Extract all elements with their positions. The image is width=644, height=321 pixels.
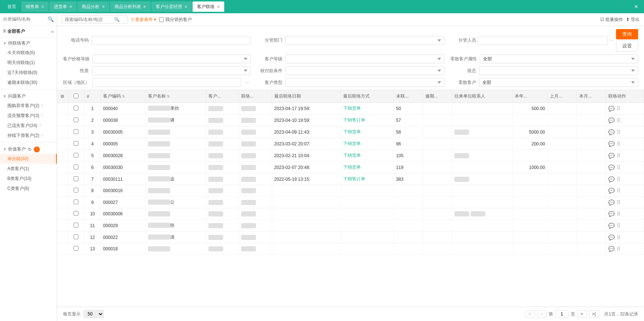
td-checkbox[interactable] [68, 208, 84, 220]
row-checkbox[interactable] [74, 165, 78, 169]
th-checkbox[interactable] [68, 90, 84, 103]
sidebar-search-box[interactable]: 🔍 [0, 13, 57, 25]
th-last-month[interactable]: 上月... [548, 90, 577, 103]
sidebar-item-hoarding-abnormal[interactable]: 囤购异常客户(2) ? [0, 101, 57, 111]
person-input[interactable] [478, 36, 608, 45]
grid-action-icon[interactable]: ⠿ [617, 188, 620, 194]
th-partner-contacts[interactable]: 往来单位联系人 [452, 90, 513, 103]
customer-level-select[interactable] [285, 54, 444, 63]
td-last-contact-method[interactable]: 下销货单 [341, 126, 394, 138]
sidebar-item-ungrouped[interactable]: 未分组(32) [0, 154, 57, 164]
status-select[interactable] [479, 66, 638, 75]
sidebar-item-today-pending[interactable]: 今天待联络(0) [0, 48, 57, 58]
sidebar-item-churn-warning[interactable]: 流失预警客户(3) ? [0, 111, 57, 121]
grid-action-icon[interactable]: ⠿ [617, 129, 620, 135]
sidebar-all-customers[interactable]: ⠿ 全部客户 « [0, 25, 57, 38]
td-checkbox[interactable] [68, 173, 84, 185]
window-close-icon[interactable]: × [631, 3, 641, 11]
query-button[interactable]: 查询 [616, 29, 638, 39]
sidebar-item-overdue-contact[interactable]: 逾期未联络(30) [0, 78, 57, 88]
grid-action-icon[interactable]: ⠿ [617, 117, 620, 123]
td-checkbox[interactable] [68, 114, 84, 126]
th-customer-name[interactable]: 客户名称 ⇅ [145, 90, 206, 103]
grid-action-icon[interactable]: ⠿ [617, 176, 620, 182]
grid-action-icon[interactable]: ⠿ [617, 141, 620, 147]
contact-method-link[interactable]: 下销售订单 [343, 117, 365, 123]
row-checkbox[interactable] [74, 176, 78, 181]
search-input[interactable] [65, 17, 113, 22]
close-icon[interactable]: × [217, 4, 220, 9]
nav-tab-purchase[interactable]: 进货单 × [49, 1, 77, 12]
reset-button[interactable]: 设置 [616, 40, 638, 52]
close-icon[interactable]: × [143, 4, 146, 9]
grid-action-icon[interactable]: ⠿ [617, 234, 620, 240]
my-customers-checkbox[interactable] [159, 17, 164, 22]
th-this-month[interactable]: 本月... [577, 90, 606, 103]
customer-type-select[interactable] [285, 78, 444, 87]
nav-tab-home[interactable]: 首页 [3, 1, 21, 12]
td-last-contact-method[interactable] [341, 208, 394, 220]
td-checkbox[interactable] [68, 126, 84, 138]
sidebar-item-churned[interactable]: 已流失客户(24) ? [0, 121, 57, 131]
contact-method-link[interactable]: 下销货单 [343, 153, 361, 158]
nav-tab-customer-tier[interactable]: 客户分层经营 × [151, 1, 192, 12]
contact-method-link[interactable]: 下销货单 [343, 141, 361, 146]
chat-icon[interactable]: 💬 [608, 129, 615, 135]
row-checkbox[interactable] [74, 188, 78, 193]
grid-action-icon[interactable]: ⠿ [617, 200, 620, 205]
page-size-select[interactable]: 50 100 200 [84, 310, 104, 318]
td-checkbox[interactable] [68, 220, 84, 232]
row-checkbox[interactable] [74, 129, 78, 134]
page-number-input[interactable] [555, 310, 569, 318]
last-page-button[interactable]: >| [589, 310, 599, 318]
more-icon[interactable]: ··· [244, 80, 251, 85]
close-icon[interactable]: × [69, 4, 72, 9]
th-customer-type[interactable]: 客户... [206, 90, 239, 103]
payment-select[interactable] [285, 66, 444, 75]
select-all-checkbox[interactable] [74, 94, 78, 98]
td-checkbox[interactable] [68, 243, 84, 255]
close-icon[interactable]: × [184, 4, 187, 9]
sidebar-group-title-pending[interactable]: ▼ 待联络客户 [0, 38, 57, 48]
chat-icon[interactable]: 💬 [608, 117, 615, 123]
th-settings[interactable]: ⚙ [57, 90, 68, 103]
retail-attr-select[interactable]: 全部 [480, 54, 638, 63]
td-last-contact-method[interactable] [341, 220, 394, 232]
nature-select[interactable] [92, 66, 251, 75]
grid-action-icon[interactable]: ⠿ [617, 153, 620, 159]
td-checkbox[interactable] [68, 138, 84, 150]
chat-icon[interactable]: 💬 [608, 153, 615, 159]
sidebar-item-class-a[interactable]: A类客户(1) [0, 164, 57, 174]
nav-tab-product-analysis[interactable]: 商品分析 × [77, 1, 109, 12]
sidebar-search-input[interactable] [3, 17, 46, 22]
row-checkbox[interactable] [74, 153, 78, 158]
prev-page-button[interactable]: < [537, 310, 546, 318]
contact-method-link[interactable]: 下销货单 [343, 106, 361, 111]
row-checkbox[interactable] [74, 117, 78, 122]
close-icon[interactable]: × [41, 4, 44, 9]
sidebar-item-7days-pending[interactable]: 近7天待联络(0) [0, 68, 57, 78]
grid-action-icon[interactable]: ⠿ [617, 106, 620, 112]
area-input[interactable] [92, 78, 241, 87]
sidebar-group-title-value[interactable]: ▼ 价值客户 ↻ ! [0, 144, 57, 154]
grid-action-icon[interactable]: ⠿ [617, 165, 620, 170]
th-customer-code[interactable]: 客户编码 ⇅ [101, 90, 145, 103]
td-checkbox[interactable] [68, 232, 84, 243]
my-customers-filter[interactable]: 我分管的客户 [159, 17, 192, 23]
grid-action-icon[interactable]: ⠿ [617, 223, 620, 229]
next-page-button[interactable]: > [577, 310, 587, 318]
chat-icon[interactable]: 💬 [608, 141, 615, 147]
td-last-contact-method[interactable]: 下销货单 [341, 103, 394, 114]
td-last-contact-method[interactable]: 下销售订单 [341, 173, 394, 185]
chat-icon[interactable]: 💬 [608, 106, 615, 112]
contact-method-link[interactable]: 下销售订单 [343, 176, 365, 181]
nav-tab-sales[interactable]: 销售单 × [21, 1, 49, 12]
close-icon[interactable]: × [102, 4, 105, 9]
export-button[interactable]: ⬆ 导出 [626, 17, 640, 23]
td-last-contact-method[interactable] [341, 243, 394, 255]
price-level-select[interactable] [92, 54, 251, 63]
chat-icon[interactable]: 💬 [608, 165, 615, 170]
sidebar-group-title-problem[interactable]: ▼ 问题客户 [0, 91, 57, 101]
td-last-contact-method[interactable]: 下销售订单 [341, 114, 394, 126]
chat-icon[interactable]: 💬 [608, 234, 615, 240]
